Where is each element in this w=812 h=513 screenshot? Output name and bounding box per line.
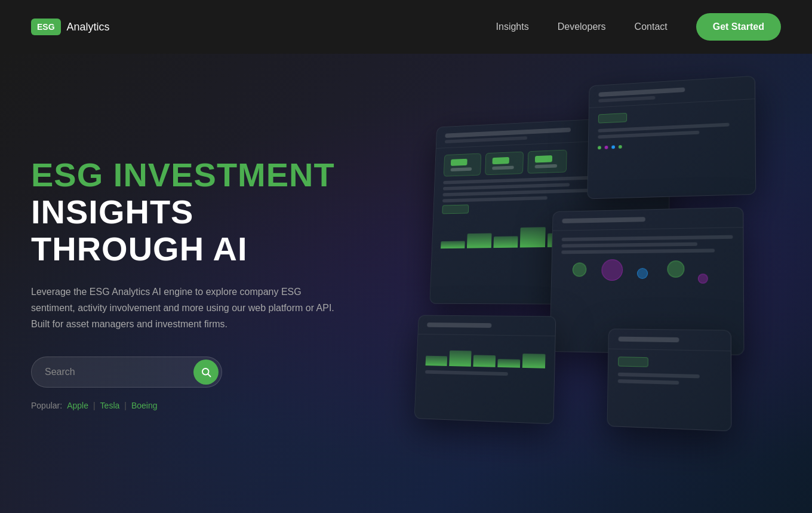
search-box (31, 357, 222, 388)
search-button[interactable] (193, 360, 219, 385)
navbar: ESG Analytics Insights Developers Contac… (0, 0, 812, 54)
logo-badge: ESG (31, 19, 61, 35)
popular-tag-tesla[interactable]: Tesla (100, 401, 120, 410)
nav-link-developers[interactable]: Developers (558, 21, 606, 32)
dashboard-card-3 (549, 207, 744, 355)
hero-section: ESG INVESTMENT INSIGHTS THROUGH AI Lever… (0, 54, 812, 513)
nav-links: Insights Developers Contact Get Started (496, 13, 781, 41)
dashboard-card-4 (414, 315, 556, 425)
dashboard-card-2 (587, 76, 756, 199)
dashboard-card-1 (429, 115, 670, 305)
popular-tags: Popular: Apple | Tesla | Boeing (31, 401, 339, 410)
dashboard-card-5 (607, 328, 732, 431)
hero-content: ESG INVESTMENT INSIGHTS THROUGH AI Lever… (0, 156, 370, 410)
popular-tag-apple[interactable]: Apple (67, 401, 88, 410)
hero-description: Leverage the ESG Analytics AI engine to … (31, 284, 339, 333)
get-started-button[interactable]: Get Started (696, 13, 781, 41)
separator-2: | (124, 401, 127, 410)
hero-title-line2: INSIGHTS THROUGH AI (31, 193, 339, 267)
nav-link-contact[interactable]: Contact (635, 21, 668, 32)
search-icon (201, 367, 211, 377)
hero-visual (368, 57, 812, 513)
nav-link-insights[interactable]: Insights (496, 21, 529, 32)
logo[interactable]: ESG Analytics (31, 19, 110, 35)
separator-1: | (93, 401, 96, 410)
hero-title-line1: ESG INVESTMENT (31, 156, 339, 193)
popular-tag-boeing[interactable]: Boeing (131, 401, 158, 410)
svg-line-1 (208, 374, 210, 376)
popular-label: Popular: (31, 401, 62, 410)
dashboard-mockup (368, 57, 812, 513)
logo-text: Analytics (67, 21, 110, 33)
